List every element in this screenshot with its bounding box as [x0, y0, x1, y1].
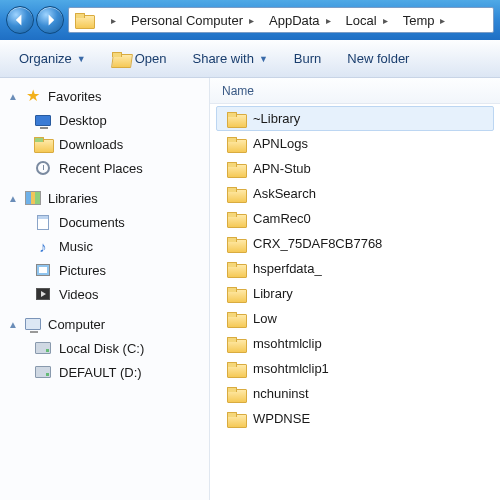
chevron-down-icon: ▼ — [259, 54, 268, 64]
sidebar-group-computer[interactable]: ▲ Computer — [6, 312, 209, 336]
sidebar-item-label: Pictures — [59, 263, 106, 278]
forward-button[interactable] — [36, 6, 64, 34]
arrow-left-icon — [13, 13, 27, 27]
collapse-icon: ▲ — [8, 91, 18, 102]
libraries-icon — [24, 190, 42, 206]
folder-icon — [227, 312, 245, 326]
chevron-right-icon: ▸ — [249, 15, 254, 26]
sidebar-group-favorites[interactable]: ▲ ★ Favorites — [6, 84, 209, 108]
table-row[interactable]: Low — [216, 306, 494, 331]
folder-icon — [227, 387, 245, 401]
computer-icon — [24, 316, 42, 332]
folder-icon — [227, 237, 245, 251]
file-name: CamRec0 — [253, 211, 311, 226]
breadcrumb-segment[interactable]: Temp▸ — [395, 8, 453, 32]
sidebar-item-documents[interactable]: Documents — [6, 210, 209, 234]
breadcrumb-label: Local — [346, 13, 377, 28]
sidebar-item-default-disk[interactable]: DEFAULT (D:) — [6, 360, 209, 384]
open-button[interactable]: Open — [101, 45, 178, 72]
burn-button[interactable]: Burn — [283, 45, 332, 72]
sidebar-item-pictures[interactable]: Pictures — [6, 258, 209, 282]
sidebar-item-label: DEFAULT (D:) — [59, 365, 142, 380]
folder-icon — [227, 262, 245, 276]
table-row[interactable]: msohtmlclip — [216, 331, 494, 356]
breadcrumb-label: AppData — [269, 13, 320, 28]
file-name: CRX_75DAF8CB7768 — [253, 236, 382, 251]
breadcrumb-segment[interactable]: Personal Computer▸ — [123, 8, 261, 32]
file-name: Library — [253, 286, 293, 301]
breadcrumb-segment[interactable]: Local▸ — [338, 8, 395, 32]
chevron-right-icon: ▸ — [383, 15, 388, 26]
table-row[interactable]: AskSearch — [216, 181, 494, 206]
file-name: APN-Stub — [253, 161, 311, 176]
table-row[interactable]: WPDNSE — [216, 406, 494, 431]
desktop-icon — [34, 112, 52, 128]
star-icon: ★ — [24, 88, 42, 104]
table-row[interactable]: CRX_75DAF8CB7768 — [216, 231, 494, 256]
address-bar: ▸ Personal Computer▸AppData▸Local▸Temp▸ — [0, 0, 500, 40]
sidebar: ▲ ★ Favorites Desktop Downloads Recent P… — [0, 78, 210, 500]
folder-icon — [227, 362, 245, 376]
music-icon: ♪ — [34, 238, 52, 254]
table-row[interactable]: Library — [216, 281, 494, 306]
file-name: msohtmlclip1 — [253, 361, 329, 376]
column-header-name[interactable]: Name — [210, 78, 500, 104]
file-name: nchuninst — [253, 386, 309, 401]
sidebar-item-local-disk[interactable]: Local Disk (C:) — [6, 336, 209, 360]
document-icon — [34, 214, 52, 230]
sidebar-item-label: Videos — [59, 287, 99, 302]
folder-icon — [227, 337, 245, 351]
new-folder-label: New folder — [347, 51, 409, 66]
sidebar-item-label: Desktop — [59, 113, 107, 128]
breadcrumb[interactable]: ▸ Personal Computer▸AppData▸Local▸Temp▸ — [68, 7, 494, 33]
file-name: WPDNSE — [253, 411, 310, 426]
burn-label: Burn — [294, 51, 321, 66]
folder-icon — [227, 212, 245, 226]
sidebar-item-label: Music — [59, 239, 93, 254]
table-row[interactable]: APNLogs — [216, 131, 494, 156]
table-row[interactable]: nchuninst — [216, 381, 494, 406]
open-label: Open — [135, 51, 167, 66]
chevron-down-icon: ▼ — [77, 54, 86, 64]
folder-icon — [227, 162, 245, 176]
disk-icon — [34, 364, 52, 380]
sidebar-group-libraries[interactable]: ▲ Libraries — [6, 186, 209, 210]
table-row[interactable]: CamRec0 — [216, 206, 494, 231]
share-label: Share with — [192, 51, 253, 66]
organize-button[interactable]: Organize ▼ — [8, 45, 97, 72]
share-button[interactable]: Share with ▼ — [181, 45, 278, 72]
file-name: AskSearch — [253, 186, 316, 201]
sidebar-item-downloads[interactable]: Downloads — [6, 132, 209, 156]
back-button[interactable] — [6, 6, 34, 34]
favorites-label: Favorites — [48, 89, 101, 104]
table-row[interactable]: msohtmlclip1 — [216, 356, 494, 381]
file-list: Name ~LibraryAPNLogsAPN-StubAskSearchCam… — [210, 78, 500, 500]
table-row[interactable]: APN-Stub — [216, 156, 494, 181]
disk-icon — [34, 340, 52, 356]
picture-icon — [34, 262, 52, 278]
table-row[interactable]: hsperfdata_ — [216, 256, 494, 281]
file-name: ~Library — [253, 111, 300, 126]
sidebar-item-desktop[interactable]: Desktop — [6, 108, 209, 132]
breadcrumb-label: Temp — [403, 13, 435, 28]
folder-icon — [227, 112, 245, 126]
folder-open-icon — [112, 52, 130, 66]
breadcrumb-segment[interactable]: AppData▸ — [261, 8, 338, 32]
downloads-icon — [34, 136, 52, 152]
table-row[interactable]: ~Library — [216, 106, 494, 131]
breadcrumb-chevron[interactable]: ▸ — [97, 8, 123, 32]
file-name: hsperfdata_ — [253, 261, 322, 276]
folder-icon — [227, 412, 245, 426]
collapse-icon: ▲ — [8, 193, 18, 204]
computer-label: Computer — [48, 317, 105, 332]
folder-icon — [227, 137, 245, 151]
toolbar: Organize ▼ Open Share with ▼ Burn New fo… — [0, 40, 500, 78]
new-folder-button[interactable]: New folder — [336, 45, 420, 72]
sidebar-item-label: Local Disk (C:) — [59, 341, 144, 356]
sidebar-item-label: Downloads — [59, 137, 123, 152]
clock-icon — [34, 160, 52, 176]
sidebar-item-label: Documents — [59, 215, 125, 230]
sidebar-item-videos[interactable]: Videos — [6, 282, 209, 306]
sidebar-item-recent[interactable]: Recent Places — [6, 156, 209, 180]
sidebar-item-music[interactable]: ♪ Music — [6, 234, 209, 258]
